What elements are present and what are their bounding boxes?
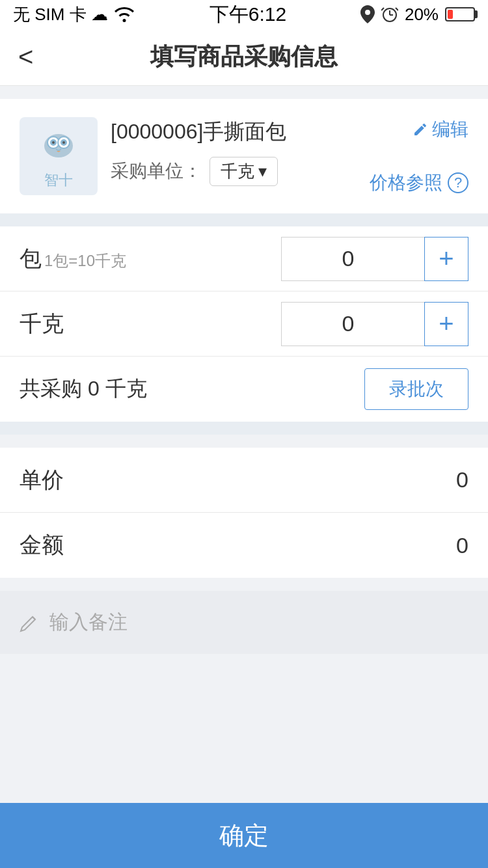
status-bar: 无 SIM 卡 ☁ 下午6:12 20% (0, 0, 488, 29)
price-ref-button[interactable]: 价格参照 ? (370, 170, 468, 195)
kg-plus-button[interactable]: + (424, 302, 468, 346)
unit-price-row: 单价 0 (0, 448, 488, 513)
unit-select[interactable]: 千克 ▾ (210, 157, 278, 186)
bag-input[interactable] (281, 237, 424, 281)
bag-sub: 1包=10千克 (44, 252, 126, 269)
kg-label: 千克 (20, 309, 72, 339)
amount-label: 金额 (20, 530, 64, 560)
kg-input-row: 千克 + (0, 292, 488, 357)
bag-plus-button[interactable]: + (424, 237, 468, 281)
alarm-icon (381, 5, 398, 23)
amount-value: 0 (456, 533, 468, 558)
nav-bar: < 填写商品采购信息 (0, 29, 488, 86)
status-right: 20% (360, 5, 475, 25)
owl-icon (39, 123, 78, 168)
price-ref-help-icon: ? (448, 172, 468, 193)
svg-point-8 (52, 141, 55, 144)
location-icon (360, 5, 375, 23)
wifi-icon (113, 7, 135, 22)
input-section-kg: 千克 + (0, 292, 488, 357)
summary-text: 共采购 0 千克 (20, 375, 147, 403)
sim-text: 无 SIM 卡 ☁ (13, 3, 108, 26)
main-content: 包1包=10千克 + 千克 + 共采购 0 千克 录批次 单价 0 (0, 213, 488, 868)
product-card: 智十 [0000006]手撕面包 采购单位： 千克 ▾ 编辑 价格参照 ? (0, 99, 488, 213)
product-image: 智十 (20, 117, 98, 195)
pencil-icon (20, 613, 39, 632)
bag-input-row: 包1包=10千克 + (0, 226, 488, 292)
unit-price-value: 0 (456, 467, 468, 493)
status-time: 下午6:12 (210, 1, 286, 28)
remark-section[interactable]: 输入备注 (0, 591, 488, 654)
battery-icon (445, 7, 475, 21)
brand-text: 智十 (44, 170, 73, 190)
confirm-button[interactable]: 确定 (0, 803, 488, 868)
input-section-bag: 包1包=10千克 + (0, 226, 488, 292)
back-button[interactable]: < (18, 42, 33, 72)
amount-row: 金额 0 (0, 513, 488, 578)
svg-point-9 (62, 141, 65, 144)
bag-label: 包1包=10千克 (20, 244, 126, 274)
kg-field-wrap: + (85, 302, 468, 346)
edit-icon (413, 122, 428, 137)
summary-row: 共采购 0 千克 录批次 (0, 357, 488, 422)
page-title: 填写商品采购信息 (150, 41, 338, 73)
status-left: 无 SIM 卡 ☁ (13, 3, 135, 26)
divider-top (0, 213, 488, 226)
kg-input[interactable] (281, 302, 424, 346)
batch-button[interactable]: 录批次 (364, 368, 468, 410)
unit-price-label: 单价 (20, 465, 64, 495)
remark-placeholder: 输入备注 (49, 609, 128, 636)
divider-middle (0, 422, 488, 435)
edit-button[interactable]: 编辑 (413, 117, 468, 142)
price-section: 单价 0 金额 0 (0, 448, 488, 578)
battery-percent: 20% (405, 5, 439, 25)
unit-label: 采购单位： (111, 159, 202, 183)
bag-field-wrap: + (139, 237, 468, 281)
